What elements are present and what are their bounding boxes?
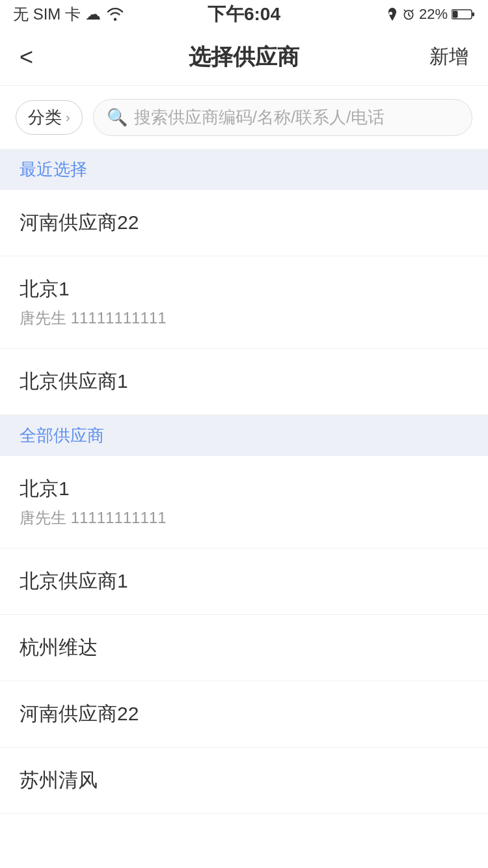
search-area: 分类 › 🔍 搜索供应商编码/名称/联系人/电话: [0, 86, 488, 149]
status-time: 下午6:04: [208, 2, 280, 27]
search-box[interactable]: 🔍 搜索供应商编码/名称/联系人/电话: [93, 99, 472, 136]
status-left: 无 SIM 卡 ☁: [13, 4, 124, 25]
search-input-placeholder: 搜索供应商编码/名称/联系人/电话: [134, 106, 385, 129]
list-item-name: 北京1: [20, 276, 468, 303]
status-right: 22%: [386, 6, 475, 23]
list-item[interactable]: 北京1唐先生 11111111111: [0, 256, 488, 349]
page-title: 选择供应商: [189, 42, 299, 72]
alarm-icon: [402, 8, 415, 21]
battery-icon: [452, 8, 475, 20]
list-item-sub: 唐先生 11111111111: [20, 308, 468, 329]
list-item[interactable]: 杭州维达: [0, 615, 488, 681]
new-action-button[interactable]: 新增: [429, 44, 468, 70]
list-item[interactable]: 北京供应商1: [0, 349, 488, 415]
nav-bar: < 选择供应商 新增: [0, 29, 488, 86]
list-item-name: 苏州清风: [20, 767, 468, 794]
list-item-name: 北京供应商1: [20, 568, 468, 595]
category-label: 分类: [28, 106, 62, 129]
section-header-text-all: 全部供应商: [20, 426, 104, 445]
wifi-icon: [106, 8, 124, 21]
list-item-name: 河南供应商22: [20, 701, 468, 727]
list-item[interactable]: 河南供应商22: [0, 190, 488, 256]
battery-text: 22%: [419, 6, 448, 23]
location-icon: [386, 8, 398, 21]
svg-rect-3: [472, 12, 475, 16]
section-header-text-recent: 最近选择: [20, 159, 87, 179]
svg-rect-2: [453, 11, 458, 18]
list-item[interactable]: 河南供应商22: [0, 681, 488, 748]
sections-container: 最近选择河南供应商22北京1唐先生 11111111111北京供应商1全部供应商…: [0, 149, 488, 814]
category-button[interactable]: 分类 ›: [16, 100, 83, 135]
back-button[interactable]: <: [20, 44, 33, 71]
list-item-name: 河南供应商22: [20, 210, 468, 236]
section-header-all: 全部供应商: [0, 415, 488, 456]
list-item[interactable]: 北京供应商1: [0, 549, 488, 615]
no-sim-text: 无 SIM 卡 ☁: [13, 4, 101, 25]
list-item-name: 杭州维达: [20, 634, 468, 661]
list-item[interactable]: 苏州清风: [0, 748, 488, 814]
status-bar: 无 SIM 卡 ☁ 下午6:04 22%: [0, 0, 488, 29]
list-item-name: 北京供应商1: [20, 368, 468, 395]
search-icon: 🔍: [107, 107, 128, 128]
list-item-name: 北京1: [20, 476, 468, 502]
list-item-sub: 唐先生 11111111111: [20, 508, 468, 528]
section-header-recent: 最近选择: [0, 149, 488, 190]
list-item[interactable]: 北京1唐先生 11111111111: [0, 456, 488, 549]
chevron-right-icon: ›: [66, 110, 70, 125]
